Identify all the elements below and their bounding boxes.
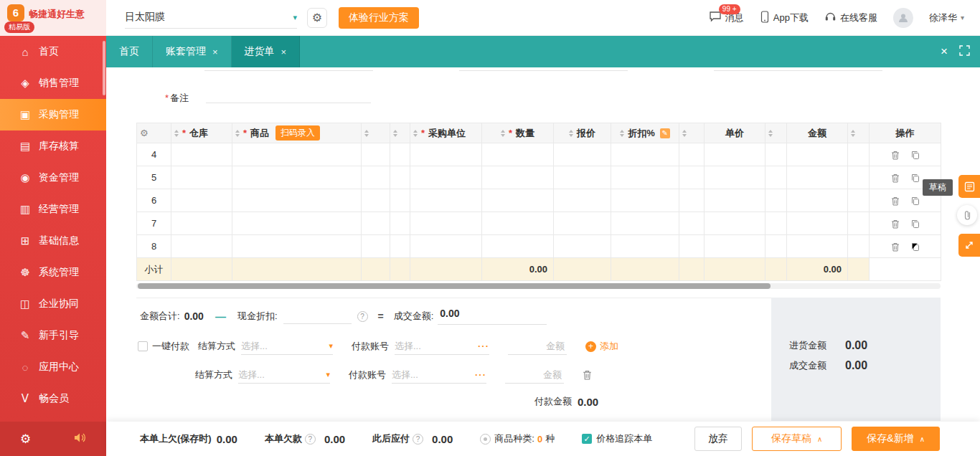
cell[interactable] (171, 212, 232, 235)
cell[interactable] (362, 235, 390, 258)
cell[interactable] (848, 143, 870, 166)
tab-close-icon[interactable]: × (281, 47, 287, 57)
draft-button[interactable] (958, 175, 980, 198)
cell[interactable] (611, 189, 679, 212)
copy-row-icon[interactable] (911, 219, 920, 229)
cell[interactable] (787, 143, 848, 166)
col-aux-2[interactable] (390, 123, 410, 143)
help-icon[interactable]: ? (305, 434, 316, 445)
tab-purchase-order[interactable]: 进货单× (232, 36, 301, 67)
cell[interactable] (232, 212, 362, 235)
cell[interactable] (362, 166, 390, 189)
scrollbar-thumb[interactable] (138, 283, 771, 289)
col-aux-1[interactable] (362, 123, 390, 143)
cell[interactable] (679, 143, 705, 166)
sort-icon[interactable] (393, 130, 397, 137)
sidebar-item-baseinfo[interactable]: ⊞基础信息 (0, 225, 106, 257)
delete-row-icon[interactable] (891, 242, 900, 252)
sidebar-item-appcenter[interactable]: ◌应用中心 (0, 351, 106, 383)
copy-row-icon[interactable] (911, 196, 920, 206)
app-download-button[interactable]: App下载 (760, 11, 809, 25)
col-unit[interactable]: *采购单位 (410, 123, 482, 143)
account-book-select[interactable]: 日太阳膜 ▾ (125, 7, 297, 29)
sort-icon[interactable] (174, 130, 179, 137)
sort-icon[interactable] (682, 130, 687, 137)
copy-row-icon[interactable] (911, 242, 920, 252)
col-price[interactable]: 单价 (705, 123, 765, 143)
expand-button[interactable] (958, 234, 980, 257)
sidebar-item-purchase[interactable]: ▣采购管理 (0, 99, 106, 130)
cell[interactable] (787, 166, 848, 189)
sort-icon[interactable] (235, 130, 240, 137)
copy-row-icon[interactable] (911, 151, 920, 160)
col-amount[interactable]: 金额 (787, 123, 848, 143)
cash-discount-input[interactable] (283, 308, 352, 324)
announcement-speaker-icon[interactable] (73, 432, 86, 445)
close-all-tabs-icon[interactable]: × (941, 44, 948, 59)
save-and-new-button[interactable]: 保存&新增∧ (852, 427, 940, 451)
sort-icon[interactable] (413, 130, 418, 137)
user-avatar[interactable] (893, 8, 913, 28)
cell[interactable] (410, 235, 482, 258)
cell[interactable] (232, 143, 362, 166)
abandon-button[interactable]: 放弃 (694, 427, 742, 451)
settings-button[interactable]: ⚙ (307, 8, 327, 28)
cell[interactable] (410, 189, 482, 212)
delete-row-icon[interactable] (891, 151, 900, 160)
sort-icon[interactable] (620, 130, 624, 137)
sidebar-item-member[interactable]: Ⅴ畅会员 (0, 383, 106, 414)
cell[interactable] (554, 143, 611, 166)
cell[interactable] (848, 235, 870, 258)
sidebar-item-guide[interactable]: ✎新手引导 (0, 320, 106, 351)
help-icon[interactable]: ? (413, 434, 423, 445)
delete-row-icon[interactable] (891, 219, 900, 229)
cell[interactable] (362, 143, 390, 166)
cell[interactable] (362, 212, 390, 235)
tab-account-management[interactable]: 账套管理× (153, 36, 232, 67)
col-product[interactable]: *商品扫码录入 (232, 123, 362, 143)
cell[interactable] (410, 166, 482, 189)
settle-method-select[interactable]: 选择...▾ (241, 338, 333, 355)
cell[interactable] (679, 235, 705, 258)
online-service-button[interactable]: 在线客服 (824, 11, 877, 24)
cell[interactable] (390, 143, 410, 166)
cell[interactable] (554, 235, 611, 258)
cell[interactable] (679, 189, 705, 212)
cell[interactable] (171, 166, 232, 189)
cell[interactable] (482, 166, 554, 189)
pay-amount-input[interactable]: 金额 (508, 338, 567, 355)
cell[interactable] (765, 212, 787, 235)
cell[interactable] (848, 212, 870, 235)
cell[interactable] (554, 189, 611, 212)
more-options-icon[interactable]: ··· (478, 341, 489, 351)
delete-row-icon[interactable] (891, 174, 900, 183)
cell[interactable] (787, 212, 848, 235)
cell[interactable] (705, 235, 765, 258)
scan-entry-button[interactable]: 扫码录入 (275, 125, 320, 141)
settle-method-select[interactable]: 选择...▾ (238, 366, 330, 384)
cell[interactable] (171, 189, 232, 212)
cell[interactable] (765, 143, 787, 166)
fullscreen-icon[interactable] (959, 45, 970, 58)
cell[interactable] (705, 189, 765, 212)
delete-row-icon[interactable] (891, 196, 900, 206)
one-click-pay-checkbox[interactable] (138, 341, 148, 351)
sidebar-item-sales[interactable]: ◈销售管理 (0, 67, 106, 99)
cell[interactable] (390, 212, 410, 235)
tab-home[interactable]: 首页 (106, 36, 153, 67)
cell[interactable] (390, 166, 410, 189)
help-icon[interactable]: ? (357, 311, 368, 322)
cell[interactable] (611, 166, 679, 189)
cell[interactable] (410, 143, 482, 166)
col-aux-3[interactable] (679, 123, 705, 143)
sidebar-item-funds[interactable]: ◉资金管理 (0, 162, 106, 194)
user-menu[interactable]: 徐泽华 ▾ (929, 11, 964, 24)
cell[interactable] (171, 143, 232, 166)
cell[interactable] (705, 212, 765, 235)
col-qty[interactable]: *数量 (482, 123, 554, 143)
sort-icon[interactable] (569, 130, 573, 137)
cell[interactable] (390, 235, 410, 258)
cell[interactable] (705, 143, 765, 166)
cell[interactable] (232, 166, 362, 189)
pay-account-select[interactable]: 选择...··· (395, 338, 489, 355)
